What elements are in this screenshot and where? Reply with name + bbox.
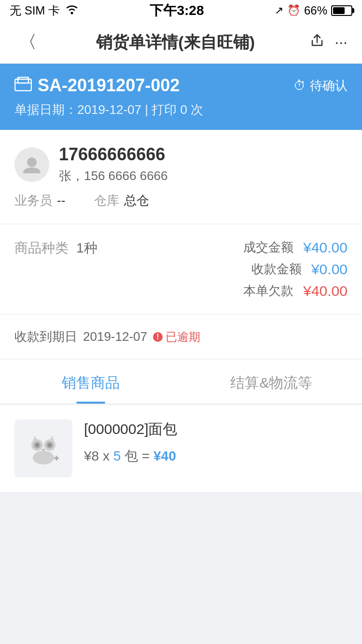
svg-point-4: [27, 157, 37, 167]
tab-settlement[interactable]: 结算&物流等: [181, 360, 362, 404]
main-content: SA-20191207-002 ⏱ 待确认 单据日期：2019-12-07 | …: [0, 64, 362, 637]
product-thumbnail: [14, 420, 72, 477]
warehouse-label: 仓库: [94, 192, 119, 209]
svg-point-10: [48, 444, 51, 447]
battery-icon: [331, 5, 352, 16]
equals-sign: =: [142, 448, 153, 463]
product-type-value: 1种: [76, 239, 97, 257]
due-date-card: 收款到期日 2019-12-07 ! 已逾期: [0, 315, 362, 359]
quantity: 5: [113, 448, 121, 463]
amount-item-2: 本单欠款 ¥40.00: [243, 282, 348, 299]
nav-actions: ···: [309, 33, 348, 52]
status-left: 无 SIM 卡: [10, 3, 79, 18]
back-button[interactable]: 〈: [14, 26, 42, 59]
sales-value: --: [57, 193, 65, 208]
product-item: [0000002]面包 ¥8 x 5 包 = ¥40: [0, 405, 362, 492]
order-date: 单据日期：2019-12-07 | 打印 0 次: [14, 101, 348, 118]
amount-label-0: 成交金额: [243, 239, 293, 256]
product-info: [0000002]面包 ¥8 x 5 包 = ¥40: [84, 420, 348, 465]
clock-icon: ⏱: [293, 78, 306, 93]
order-status: ⏱ 待确认: [293, 77, 348, 94]
customer-card: 17666666666 张，156 6666 6666 业务员 -- 仓库 总仓: [0, 130, 362, 224]
svg-rect-2: [18, 77, 28, 83]
alarm-icon: ⏰: [287, 4, 300, 17]
tabs: 销售商品 结算&物流等: [0, 360, 362, 404]
status-right: ↗ ⏰ 66%: [275, 4, 352, 17]
sales-label: 业务员: [14, 192, 52, 209]
wifi-icon: [65, 4, 79, 17]
status-bar: 无 SIM 卡 下午3:28 ↗ ⏰ 66%: [0, 0, 362, 21]
product-thumb-owl-icon: [24, 432, 63, 465]
summary-row: 商品种类 1种 成交金额 ¥40.00 收款金额 ¥0.00 本单欠款 ¥40.…: [14, 239, 348, 299]
customer-phone: 17666666666: [59, 144, 168, 165]
time-display: 下午3:28: [150, 1, 204, 20]
nav-bar: 〈 销货单详情(来自旺铺) ···: [0, 21, 362, 64]
amount-value-2: ¥40.00: [303, 283, 348, 299]
products-section: [0000002]面包 ¥8 x 5 包 = ¥40: [0, 405, 362, 492]
overdue-dot-icon: !: [153, 332, 163, 342]
sim-status: 无 SIM 卡: [10, 3, 60, 18]
summary-card: 商品种类 1种 成交金额 ¥40.00 收款金额 ¥0.00 本单欠款 ¥40.…: [0, 224, 362, 314]
product-type-label: 商品种类: [14, 239, 69, 257]
amount-value-0: ¥40.00: [303, 239, 348, 256]
due-date-value: 2019-12-07: [83, 329, 147, 344]
bottom-area: 旺铺订单确认: [0, 637, 362, 644]
content-spacer: [0, 492, 362, 637]
overdue-text: 已逾期: [166, 329, 200, 345]
page: 无 SIM 卡 下午3:28 ↗ ⏰ 66% 〈 销货单详情(来自旺铺): [0, 0, 362, 644]
total-price: ¥40: [153, 448, 176, 463]
more-icon[interactable]: ···: [334, 33, 348, 51]
location-icon: ↗: [275, 4, 283, 17]
overdue-badge: ! 已逾期: [153, 329, 200, 345]
due-date-label: 收款到期日: [14, 328, 77, 345]
product-name: [0000002]面包: [84, 420, 348, 439]
svg-point-11: [33, 451, 54, 464]
customer-meta: 业务员 -- 仓库 总仓: [14, 192, 348, 209]
customer-info-top: 17666666666 张，156 6666 6666: [14, 144, 348, 184]
warehouse-meta: 仓库 总仓: [94, 192, 149, 209]
amount-value-1: ¥0.00: [311, 261, 348, 278]
amount-label-1: 收款金额: [251, 261, 302, 278]
page-title: 销货单详情(来自旺铺): [42, 31, 309, 54]
battery-fill: [333, 7, 345, 14]
amount-item-0: 成交金额 ¥40.00: [243, 239, 348, 256]
svg-point-9: [36, 444, 39, 447]
order-header: SA-20191207-002 ⏱ 待确认 单据日期：2019-12-07 | …: [0, 64, 362, 130]
warehouse-value: 总仓: [124, 192, 149, 209]
customer-name-block: 17666666666 张，156 6666 6666: [59, 144, 168, 184]
order-number: SA-20191207-002: [14, 75, 180, 96]
share-icon[interactable]: [309, 33, 325, 52]
avatar: [14, 147, 49, 182]
svg-point-0: [71, 12, 73, 14]
unit: 包: [125, 448, 138, 463]
order-icon: [14, 77, 32, 95]
customer-sub-info: 张，156 6666 6666: [59, 168, 168, 184]
battery-percent: 66%: [304, 4, 327, 17]
product-type-info: 商品种类 1种: [14, 239, 97, 257]
multiply-sign: x: [103, 448, 113, 463]
tab-sales[interactable]: 销售商品: [0, 360, 181, 404]
order-header-top: SA-20191207-002 ⏱ 待确认: [14, 75, 348, 96]
unit-price: ¥8: [84, 448, 99, 463]
product-price: ¥8 x 5 包 = ¥40: [84, 447, 348, 465]
amount-item-1: 收款金额 ¥0.00: [251, 261, 348, 278]
sales-meta: 业务员 --: [14, 192, 65, 209]
amounts-block: 成交金额 ¥40.00 收款金额 ¥0.00 本单欠款 ¥40.00: [243, 239, 348, 299]
amount-label-2: 本单欠款: [243, 282, 293, 299]
